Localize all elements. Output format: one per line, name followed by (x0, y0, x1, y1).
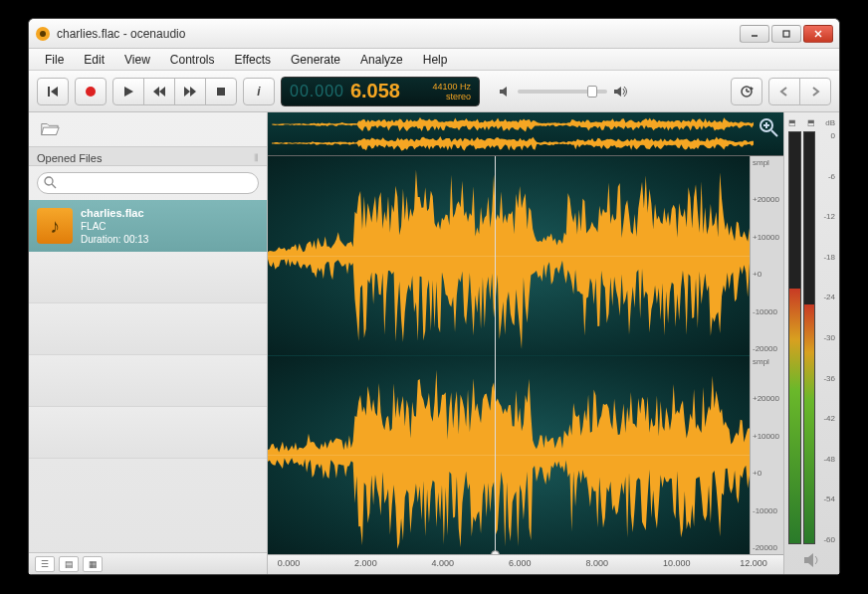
meter-left (788, 131, 801, 544)
menu-edit[interactable]: Edit (74, 51, 114, 69)
file-slot-empty (29, 252, 267, 303)
svg-marker-12 (184, 87, 190, 97)
menu-generate[interactable]: Generate (281, 51, 350, 69)
minimize-button[interactable] (740, 25, 769, 43)
file-list: ♪ charlies.flac FLAC Duration: 00:13 (29, 200, 267, 552)
sidebar-title-bar: Opened Files ⦀ (29, 146, 267, 166)
fast-forward-button[interactable] (174, 78, 206, 105)
volume-thumb[interactable] (587, 86, 597, 98)
file-slot-empty (29, 407, 267, 459)
menu-controls[interactable]: Controls (160, 51, 225, 69)
zoom-in-icon[interactable] (758, 116, 779, 138)
info-button[interactable]: i (243, 78, 275, 105)
svg-rect-3 (783, 31, 789, 37)
menu-help[interactable]: Help (413, 51, 458, 69)
time-rate-info: 44100 Hz stereo (432, 82, 471, 101)
svg-rect-6 (48, 87, 50, 97)
file-duration: Duration: 00:13 (81, 233, 148, 246)
music-note-icon: ♪ (37, 208, 73, 244)
menu-effects[interactable]: Effects (225, 51, 281, 69)
sidebar-footer: ☰ ▤ ▦ (29, 552, 267, 574)
svg-point-1 (40, 31, 46, 37)
time-current: 6.058 (350, 80, 400, 102)
svg-marker-16 (500, 87, 507, 97)
svg-text:i: i (257, 85, 261, 99)
stop-button[interactable] (205, 78, 237, 105)
svg-marker-9 (124, 87, 133, 97)
menu-analyze[interactable]: Analyze (350, 51, 413, 69)
play-button[interactable] (112, 78, 144, 105)
speaker-icon[interactable] (802, 552, 822, 568)
rewind-button[interactable] (143, 78, 175, 105)
db-scale: 0-6-12-18-24-30-36-42-48-54-60 (819, 131, 835, 544)
file-slot-empty (29, 355, 267, 407)
svg-marker-11 (159, 87, 165, 97)
waveform-main[interactable]: smpl+20000+10000+0-10000-20000smpl+20000… (268, 156, 783, 554)
svg-marker-17 (614, 87, 621, 97)
volume-slider[interactable] (518, 90, 607, 94)
svg-rect-14 (217, 88, 225, 96)
toolbar: i 00.000 6.058 44100 Hz stereo (29, 71, 839, 112)
view-grid-button[interactable]: ▦ (83, 556, 103, 572)
timeline-ruler[interactable]: 0.0002.0004.0006.0008.00010.00012.000 (268, 554, 783, 574)
skip-start-button[interactable] (37, 78, 69, 105)
nav-forward-button[interactable] (799, 78, 831, 105)
sidebar-title: Opened Files (37, 152, 102, 164)
menu-file[interactable]: File (35, 51, 74, 69)
volume-low-icon (498, 85, 512, 99)
search-icon (44, 176, 57, 189)
svg-line-25 (771, 130, 777, 136)
record-button[interactable] (75, 78, 107, 105)
svg-marker-7 (51, 87, 58, 97)
sidebar-grip-icon[interactable]: ⦀ (254, 151, 259, 164)
time-dim: 00.000 (290, 83, 344, 100)
waveform-area: smpl+20000+10000+0-10000-20000smpl+20000… (268, 112, 783, 574)
playhead-handle[interactable] (491, 550, 500, 554)
sidebar-search (29, 166, 267, 200)
channel-right[interactable] (268, 355, 750, 555)
level-meters: ⬒⬒dB 0-6-12-18-24-30-36-42-48-54-60 (783, 112, 839, 574)
volume-control[interactable] (498, 85, 629, 99)
maximize-button[interactable] (771, 25, 801, 43)
amplitude-scale: smpl+20000+10000+0-10000-20000smpl+20000… (750, 156, 783, 554)
svg-marker-10 (153, 87, 159, 97)
nav-back-button[interactable] (768, 78, 800, 105)
workspace: Opened Files ⦀ ♪ charlies.flac FLAC Dura… (29, 112, 839, 574)
folder-open-icon[interactable] (39, 118, 61, 140)
overview-wave-right (272, 135, 754, 151)
app-window: charlies.flac - ocenaudio FileEditViewCo… (28, 18, 840, 575)
meter-right (803, 131, 816, 544)
titlebar: charlies.flac - ocenaudio (29, 19, 839, 49)
menubar: FileEditViewControlsEffectsGenerateAnaly… (29, 49, 839, 71)
view-list-button[interactable]: ☰ (35, 556, 55, 572)
close-button[interactable] (803, 25, 833, 43)
channel-left[interactable] (268, 156, 750, 355)
file-slot-empty (29, 303, 267, 355)
overview-wave-left (272, 116, 754, 132)
svg-marker-28 (804, 553, 813, 567)
svg-point-8 (86, 87, 96, 97)
history-button[interactable] (731, 78, 762, 105)
db-label: dB (825, 118, 835, 127)
view-detail-button[interactable]: ▤ (59, 556, 79, 572)
svg-marker-13 (190, 87, 196, 97)
app-icon (35, 26, 51, 42)
time-display: 00.000 6.058 44100 Hz stereo (281, 77, 480, 106)
window-title: charlies.flac - ocenaudio (57, 27, 185, 41)
svg-point-22 (45, 177, 53, 185)
volume-high-icon (613, 85, 629, 99)
svg-line-23 (52, 184, 56, 188)
playhead[interactable] (495, 156, 496, 554)
sidebar: Opened Files ⦀ ♪ charlies.flac FLAC Dura… (29, 112, 268, 574)
file-name: charlies.flac (81, 207, 148, 220)
search-input[interactable] (37, 172, 259, 194)
overview-track[interactable] (268, 112, 783, 156)
sidebar-header (29, 112, 267, 146)
file-item-selected[interactable]: ♪ charlies.flac FLAC Duration: 00:13 (29, 200, 267, 252)
menu-view[interactable]: View (114, 51, 160, 69)
file-format: FLAC (81, 220, 148, 233)
